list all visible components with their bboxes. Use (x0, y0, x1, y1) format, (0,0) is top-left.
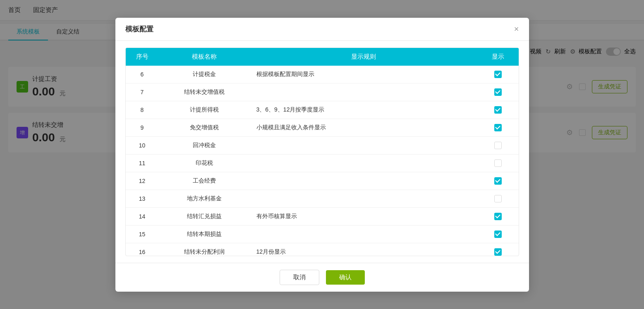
cell-rule-0: 根据模板配置期间显示 (250, 66, 477, 83)
th-no: 序号 (126, 48, 159, 66)
checkbox-unchecked-4[interactable] (494, 142, 502, 149)
dialog-title: 模板配置 (125, 24, 153, 34)
cell-check-3 (477, 119, 519, 136)
cell-no-1: 7 (126, 83, 159, 101)
cell-name-5: 印花税 (159, 154, 250, 172)
checkbox-checked-2[interactable] (494, 106, 502, 114)
checkbox-checked-0[interactable] (494, 71, 502, 78)
config-table-body: 6计提税金根据模板配置期间显示7结转未交增值税8计提所得税3、6、9、12月按季… (126, 66, 519, 256)
cell-check-2 (477, 101, 519, 119)
cell-check-6 (477, 172, 519, 190)
table-row: 12工会经费 (126, 172, 519, 190)
template-config-dialog: 模板配置 × 序号 模板名称 显示规则 显示 (115, 18, 529, 292)
confirm-button[interactable]: 确认 (326, 270, 365, 285)
cell-rule-5 (250, 154, 477, 172)
cancel-button[interactable]: 取消 (280, 270, 319, 285)
config-table: 序号 模板名称 显示规则 显示 (126, 48, 519, 66)
th-display: 显示 (477, 48, 519, 66)
checkbox-checked-10[interactable] (494, 248, 502, 256)
cell-check-10 (477, 243, 519, 256)
cell-no-4: 10 (126, 136, 159, 154)
table-row: 16结转未分配利润12月份显示 (126, 243, 519, 256)
cell-rule-3: 小规模且满足收入条件显示 (250, 119, 477, 136)
cell-name-6: 工会经费 (159, 172, 250, 190)
table-body: 6计提税金根据模板配置期间显示7结转未交增值税8计提所得税3、6、9、12月按季… (126, 66, 519, 256)
cell-rule-2: 3、6、9、12月按季度显示 (250, 101, 477, 119)
checkbox-unchecked-5[interactable] (494, 159, 502, 167)
table-row: 7结转未交增值税 (126, 83, 519, 101)
checkbox-checked-6[interactable] (494, 177, 502, 185)
cell-check-7 (477, 190, 519, 207)
dialog-footer: 取消 确认 (115, 263, 529, 292)
cell-check-8 (477, 207, 519, 225)
checkbox-unchecked-7[interactable] (494, 195, 502, 202)
table-row: 6计提税金根据模板配置期间显示 (126, 66, 519, 83)
table-row: 11印花税 (126, 154, 519, 172)
table-header-row: 序号 模板名称 显示规则 显示 (126, 48, 519, 66)
table-row: 13地方水利基金 (126, 190, 519, 207)
cell-check-5 (477, 154, 519, 172)
cell-name-0: 计提税金 (159, 66, 250, 83)
checkbox-checked-3[interactable] (494, 124, 502, 131)
table-row: 10回冲税金 (126, 136, 519, 154)
cell-no-9: 15 (126, 225, 159, 243)
table-row: 15结转本期损益 (126, 225, 519, 243)
table-head: 序号 模板名称 显示规则 显示 (126, 48, 519, 66)
cell-rule-7 (250, 190, 477, 207)
modal-overlay[interactable]: 模板配置 × 序号 模板名称 显示规则 显示 (0, 0, 644, 309)
table-scroll-area: 6计提税金根据模板配置期间显示7结转未交增值税8计提所得税3、6、9、12月按季… (126, 66, 519, 256)
cell-no-6: 12 (126, 172, 159, 190)
table-container: 序号 模板名称 显示规则 显示 (125, 48, 519, 256)
th-name: 模板名称 (159, 48, 250, 66)
checkbox-checked-8[interactable] (494, 213, 502, 220)
cell-name-2: 计提所得税 (159, 101, 250, 119)
dialog-header: 模板配置 × (115, 18, 529, 41)
cell-name-7: 地方水利基金 (159, 190, 250, 207)
th-rule: 显示规则 (250, 48, 477, 66)
close-button[interactable]: × (514, 25, 519, 33)
cell-no-3: 9 (126, 119, 159, 136)
cell-name-4: 回冲税金 (159, 136, 250, 154)
cell-name-10: 结转未分配利润 (159, 243, 250, 256)
cell-rule-10: 12月份显示 (250, 243, 477, 256)
cell-name-1: 结转未交增值税 (159, 83, 250, 101)
cell-check-0 (477, 66, 519, 83)
cell-no-10: 16 (126, 243, 159, 256)
cell-name-8: 结转汇兑损益 (159, 207, 250, 225)
cell-rule-6 (250, 172, 477, 190)
cell-rule-1 (250, 83, 477, 101)
cell-rule-9 (250, 225, 477, 243)
cell-no-7: 13 (126, 190, 159, 207)
checkbox-checked-9[interactable] (494, 231, 502, 238)
cell-no-2: 8 (126, 101, 159, 119)
dialog-body: 序号 模板名称 显示规则 显示 (115, 41, 529, 263)
cell-check-4 (477, 136, 519, 154)
table-row: 8计提所得税3、6、9、12月按季度显示 (126, 101, 519, 119)
cell-rule-4 (250, 136, 477, 154)
cell-check-9 (477, 225, 519, 243)
table-row: 14结转汇兑损益有外币核算显示 (126, 207, 519, 225)
cell-no-5: 11 (126, 154, 159, 172)
table-row: 9免交增值税小规模且满足收入条件显示 (126, 119, 519, 136)
cell-rule-8: 有外币核算显示 (250, 207, 477, 225)
cell-name-3: 免交增值税 (159, 119, 250, 136)
cell-check-1 (477, 83, 519, 101)
cell-no-8: 14 (126, 207, 159, 225)
cell-name-9: 结转本期损益 (159, 225, 250, 243)
checkbox-checked-1[interactable] (494, 88, 502, 96)
cell-no-0: 6 (126, 66, 159, 83)
